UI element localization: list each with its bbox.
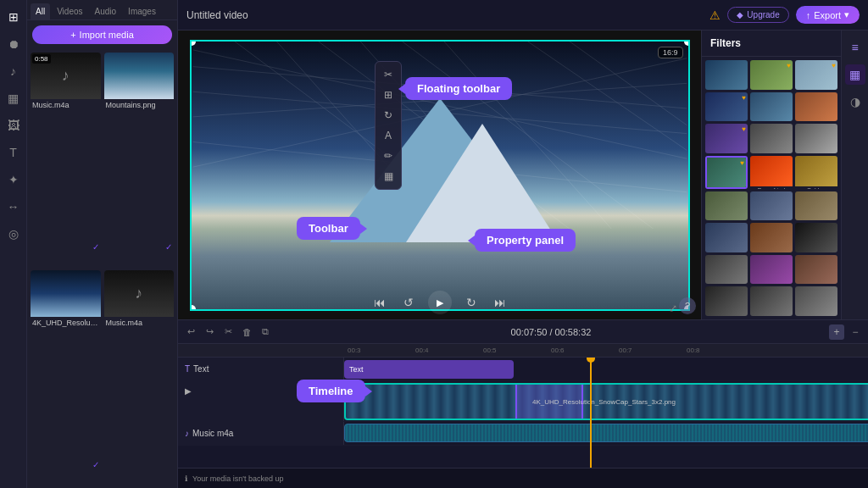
video-track-content: 4K_UHD_Resolution_SnowCap_Stars_3x2.png xyxy=(344,381,868,421)
video-title: Untitled video xyxy=(186,9,248,21)
ft-crop-icon[interactable]: ✂ xyxy=(379,65,398,84)
topbar: Untitled video ⚠ ◆ Upgrade ↑ Export ▾ xyxy=(178,0,868,30)
filter-bw1[interactable]: Black & white 1 xyxy=(750,286,793,316)
filter-thumbnail xyxy=(750,92,793,122)
filter-cool-coastline[interactable]: Cool coastline xyxy=(750,191,793,221)
text-clip[interactable]: Text xyxy=(344,360,514,379)
filter-muted-bw[interactable]: Muted B&W xyxy=(750,124,793,153)
filter-winter[interactable]: Winter xyxy=(705,223,748,252)
left-sidebar: ⊞ ⏺ ♪ ▦ 🖼 T ✦ ↔ ◎ xyxy=(0,0,27,488)
list-item[interactable]: Mountains.png ✓ xyxy=(104,53,175,267)
filter-warm-coastline[interactable]: Warm coasline xyxy=(705,191,748,221)
filter-dreamscape[interactable]: ♥ Dreamscape xyxy=(705,124,748,153)
audio-waveform xyxy=(345,424,868,441)
text-track-name: Text xyxy=(193,364,209,374)
skip-forward-button[interactable]: ⏭ xyxy=(491,293,509,312)
filter-golden[interactable]: Golden xyxy=(795,156,837,189)
filter-35mm[interactable]: 35mm xyxy=(705,255,748,285)
filter-old-western[interactable]: Old Western xyxy=(795,191,837,221)
tab-audio[interactable]: Audio xyxy=(90,3,122,19)
filter-muted[interactable]: Muted xyxy=(795,286,837,316)
export-button[interactable]: ↑ Export ▾ xyxy=(796,6,860,24)
media-panel: All Videos Audio Images + Import media ♪… xyxy=(27,0,178,488)
list-item[interactable]: ♪ 0:58 Music.m4a ✓ xyxy=(31,53,101,267)
timeline-playhead[interactable] xyxy=(590,358,592,468)
ft-zoom-icon[interactable]: ⊞ xyxy=(379,86,398,104)
import-media-button[interactable]: + Import media xyxy=(32,25,172,44)
handle-bottom-left[interactable] xyxy=(190,305,196,311)
zoom-out-button[interactable]: − xyxy=(848,324,863,340)
filter-contrast[interactable]: Contrast xyxy=(795,223,837,252)
right-sidebar-filters-icon[interactable]: ▦ xyxy=(845,64,865,85)
fast-forward-button[interactable]: ↻ xyxy=(462,293,481,312)
add-track-button[interactable]: + xyxy=(829,324,844,340)
filter-thumbnail xyxy=(795,286,837,316)
right-sidebar-adjust-icon[interactable]: ◑ xyxy=(845,92,865,112)
tab-all[interactable]: All xyxy=(31,3,50,19)
resize-button[interactable]: ⤢ xyxy=(669,302,677,314)
right-sidebar-tune-icon[interactable]: ≡ xyxy=(845,37,865,58)
time-mark-03: 00:3 xyxy=(348,347,361,354)
filter-warm[interactable]: ♥ Warm countryside xyxy=(750,60,793,90)
timeline-area: Timeline ↩ ↪ ✂ 🗑 ⧉ 00:07:50 / 00:58:32 +… xyxy=(178,319,868,468)
undo-icon[interactable]: ↩ xyxy=(183,324,198,340)
filter-soft-bw[interactable]: Soft B&W xyxy=(795,124,837,153)
handle-top-left[interactable] xyxy=(190,40,196,46)
tab-images[interactable]: Images xyxy=(123,3,161,19)
list-item[interactable]: ♪ Music.m4a xyxy=(104,270,175,485)
filter-unfiltered[interactable]: Unfiltered xyxy=(705,60,748,90)
timeline-ruler: 00:3 00:4 00:5 00:6 00:7 00:8 xyxy=(178,344,868,358)
text-track-icon: T xyxy=(185,364,190,374)
delete-icon[interactable]: 🗑 xyxy=(239,324,254,340)
rewind-button[interactable]: ↺ xyxy=(399,293,418,312)
media-filename: Music.m4a xyxy=(104,317,175,329)
skip-back-button[interactable]: ⏮ xyxy=(370,293,389,312)
audio-clip[interactable] xyxy=(344,424,868,442)
sidebar-icon-text[interactable]: T xyxy=(3,142,24,163)
timeline-label: Timeline xyxy=(297,380,365,402)
tab-videos[interactable]: Videos xyxy=(52,3,87,19)
sidebar-icon-transitions[interactable]: ↔ xyxy=(3,197,24,217)
filter-cool-tone[interactable]: Cool tone xyxy=(750,92,793,122)
sidebar-icon-stock-video[interactable]: ▦ xyxy=(3,88,24,108)
favorite-icon: ♥ xyxy=(832,62,836,69)
video-clip[interactable]: 4K_UHD_Resolution_SnowCap_Stars_3x2.png xyxy=(344,383,868,420)
aspect-ratio-badge: 16:9 xyxy=(658,47,683,58)
filter-warm-tone[interactable]: Warm tone film xyxy=(795,255,837,285)
property-panel-label: Property panel xyxy=(475,229,576,252)
filter-winter-sunset[interactable]: ♥ Winter sunset xyxy=(705,92,748,122)
filter-pastel[interactable]: ♥ Pastel dreams xyxy=(795,60,837,90)
redo-icon[interactable]: ↪ xyxy=(202,324,217,340)
handle-top-right[interactable] xyxy=(684,40,690,46)
text-clip-label: Text xyxy=(349,365,364,374)
ft-draw-icon[interactable]: ✏ xyxy=(379,147,398,165)
copy-icon[interactable]: ⧉ xyxy=(258,324,273,340)
ft-text-icon[interactable]: A xyxy=(379,126,398,145)
upgrade-button[interactable]: ◆ Upgrade xyxy=(727,7,788,23)
filter-bw2[interactable]: Black & white 2 xyxy=(705,286,748,316)
video-track: ▶ 4K_UHD_Resolution_SnowCap_Stars_3x2.pn… xyxy=(178,381,868,422)
ft-rotate-icon[interactable]: ↻ xyxy=(379,106,398,125)
ft-filter-icon[interactable]: ▦ xyxy=(379,167,398,186)
filter-sunrise[interactable]: Sunrise xyxy=(795,92,837,122)
media-thumbnail xyxy=(31,270,101,317)
play-button[interactable]: ▶ xyxy=(428,291,452,314)
list-item[interactable]: 4K_UHD_Resolutio... ✓ xyxy=(31,270,101,485)
sidebar-icon-graphics[interactable]: ✦ xyxy=(3,169,24,190)
playback-controls: ⏮ ↺ ▶ ↻ ⏭ xyxy=(370,291,509,314)
sidebar-icon-record[interactable]: ⏺ xyxy=(3,34,24,54)
sidebar-icon-brand[interactable]: ◎ xyxy=(3,224,24,244)
status-icon: ℹ xyxy=(185,474,187,483)
help-button[interactable]: ? xyxy=(679,297,696,314)
favorite-icon: ♥ xyxy=(742,94,746,102)
sidebar-icon-audio[interactable]: ♪ xyxy=(3,61,24,81)
filter-thumbnail xyxy=(705,255,748,285)
sidebar-icon-stock-images[interactable]: 🖼 xyxy=(3,115,24,136)
scissors-icon[interactable]: ✂ xyxy=(220,324,236,340)
filter-fall[interactable]: Fall xyxy=(750,223,793,252)
filter-euphoric[interactable]: Euphoric xyxy=(750,255,793,285)
video-clip-label: 4K_UHD_Resolution_SnowCap_Stars_3x2.png xyxy=(532,398,676,406)
filter-cool-countryside[interactable]: ♥ Cool countryside xyxy=(705,156,748,189)
filter-deep-fried[interactable]: Deep fried xyxy=(750,156,793,189)
sidebar-icon-media[interactable]: ⊞ xyxy=(3,7,24,27)
